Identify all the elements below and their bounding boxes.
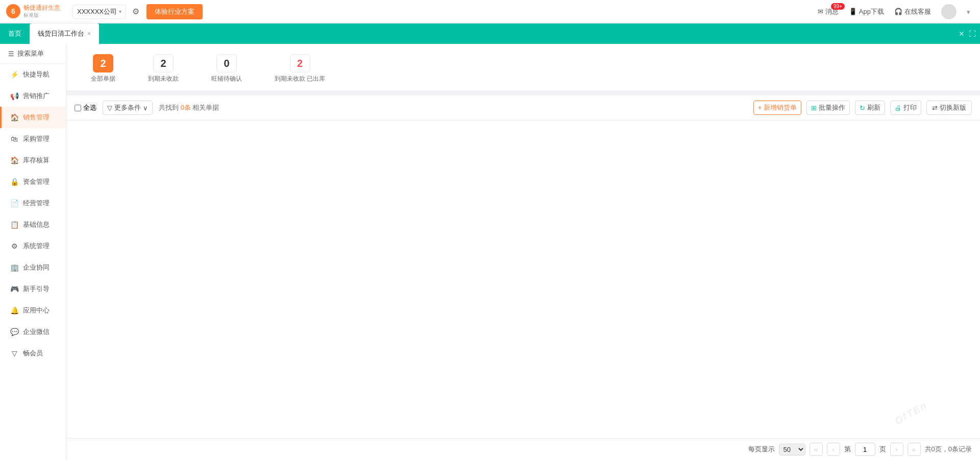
stat-number-shipped: 2 (290, 54, 310, 72)
refresh-button[interactable]: ↻ 刷新 (855, 101, 885, 115)
inventory-icon: 🏠 (10, 156, 19, 165)
page-label: 第 (844, 445, 851, 454)
switch-version-button[interactable]: ⇄ 切换新版 (926, 101, 972, 115)
weixin-icon: 💬 (10, 327, 19, 336)
total-info: 共0页，0条记录 (925, 445, 972, 454)
stat-tab-pending[interactable]: 0 旺辅待确认 (195, 50, 258, 91)
sidebar-item-label: 库存核算 (23, 156, 50, 165)
tab-active[interactable]: 钱货日清工作台 × (30, 23, 99, 44)
sidebar-item-shortcuts[interactable]: ⚡ 快捷导航 (0, 64, 66, 85)
avatar-dropdown[interactable]: ▾ (967, 8, 974, 15)
tab-expand-icon[interactable]: ⛶ (969, 30, 976, 38)
table-area (66, 120, 980, 438)
found-prefix: 共找到 (159, 104, 179, 111)
switch-icon: ⇄ (932, 104, 938, 112)
select-all-input[interactable] (75, 105, 81, 111)
sidebar-item-app-center[interactable]: 🔔 应用中心 (0, 300, 66, 321)
guide-icon: 🎮 (10, 284, 19, 294)
select-all-label: 全选 (83, 103, 96, 112)
batch-operation-button[interactable]: ⊞ 批量操作 (806, 101, 850, 115)
pagination: 每页显示 50 20 100 « ‹ 第 页 › » 共0页，0条记录 (66, 438, 980, 460)
basic-info-icon: 📋 (10, 220, 19, 229)
sidebar-item-label: 系统管理 (23, 241, 50, 251)
sidebar-item-purchase[interactable]: 🛍 采购管理 (0, 128, 66, 150)
stat-tab-overdue[interactable]: 2 到期未收款 (132, 50, 195, 91)
refresh-icon: ↻ (860, 104, 865, 112)
sidebar-item-marketing[interactable]: 📢 营销推广 (0, 85, 66, 107)
prev-page-button[interactable]: ‹ (827, 443, 840, 456)
active-tab-label: 钱货日清工作台 (38, 29, 84, 38)
print-label: 打印 (903, 103, 917, 112)
tab-close-icon[interactable]: × (87, 30, 91, 37)
logo-sub: 标准版 (23, 12, 60, 19)
filter-button[interactable]: ▽ 更多条件 ∨ (103, 101, 153, 115)
sidebar: ☰ 搜索菜单 ⚡ 快捷导航 📢 营销推广 🏠 销售管理 🛍 采购管理 🏠 库存核… (0, 44, 66, 460)
member-icon: ▽ (10, 349, 19, 358)
app-download-label: App下载 (859, 7, 884, 16)
logo-icon: 6 (6, 4, 20, 18)
headset-icon: 🎧 (894, 8, 902, 15)
per-page-label: 每页显示 (748, 445, 775, 454)
next-page-button[interactable]: › (890, 443, 903, 456)
stats-tabs: 2 全部单据 2 到期未收款 0 旺辅待确认 2 到期未收款 已出库 (66, 44, 980, 91)
search-menu-label: 搜索菜单 (17, 49, 44, 58)
toolbar: 全选 ▽ 更多条件 ∨ 共找到 0条 相关单据 + 新增销货单 ⊞ 批量操作 ↻ (66, 95, 980, 120)
marketing-icon: 📢 (10, 91, 19, 101)
filter-icon: ▽ (107, 104, 112, 112)
filter-label: 更多条件 (114, 103, 141, 112)
message-button[interactable]: ✉ 消息 99+ (818, 7, 839, 16)
app-download-button[interactable]: 📱 App下载 (849, 7, 884, 16)
first-page-button[interactable]: « (810, 443, 823, 456)
app-center-icon: 🔔 (10, 306, 19, 315)
sidebar-item-weixin[interactable]: 💬 企业微信 (0, 321, 66, 343)
purchase-icon: 🛍 (10, 134, 19, 143)
stat-label-overdue: 到期未收款 (148, 75, 179, 83)
sidebar-item-label: 基础信息 (23, 220, 50, 229)
stat-tab-shipped[interactable]: 2 到期未收款 已出库 (258, 50, 341, 91)
online-service-button[interactable]: 🎧 在线客服 (894, 7, 931, 16)
toolbar-right: + 新增销货单 ⊞ 批量操作 ↻ 刷新 🖨 打印 ⇄ 切换新版 (753, 101, 972, 115)
sidebar-item-inventory[interactable]: 🏠 库存核算 (0, 150, 66, 171)
per-page-select[interactable]: 50 20 100 (779, 444, 805, 455)
print-button[interactable]: 🖨 打印 (890, 101, 921, 115)
last-page-button[interactable]: » (908, 443, 921, 456)
settings-button[interactable]: ⚙ (130, 5, 141, 18)
sidebar-item-member[interactable]: ▽ 畅会员 (0, 343, 66, 364)
stat-tab-all[interactable]: 2 全部单据 (75, 50, 132, 91)
add-sale-order-button[interactable]: + 新增销货单 (753, 101, 801, 115)
sidebar-item-operations[interactable]: 📄 经营管理 (0, 192, 66, 214)
switch-label: 切换新版 (940, 103, 966, 112)
sidebar-item-system[interactable]: ⚙ 系统管理 (0, 235, 66, 257)
tab-home[interactable]: 首页 (0, 23, 30, 44)
trial-button[interactable]: 体验行业方案 (146, 4, 203, 19)
message-badge: 99+ (831, 3, 845, 10)
enterprise-icon: 🏢 (10, 263, 19, 272)
search-icon: ☰ (8, 50, 14, 58)
stat-label-pending: 旺辅待确认 (211, 75, 242, 83)
operations-icon: 📄 (10, 199, 19, 208)
tab-close-window-icon[interactable]: ✕ (959, 30, 965, 38)
avatar[interactable] (941, 4, 957, 19)
tab-bar-right: ✕ ⛶ (959, 30, 980, 38)
stat-label-shipped: 到期未收款 已出库 (275, 75, 325, 83)
sales-icon: 🏠 (10, 113, 19, 122)
sidebar-item-basic-info[interactable]: 📋 基础信息 (0, 214, 66, 235)
chevron-down-icon: ▾ (119, 9, 121, 14)
sidebar-item-finance[interactable]: 🔒 资金管理 (0, 171, 66, 192)
phone-icon: 📱 (849, 8, 857, 15)
page-input[interactable] (855, 443, 875, 456)
sidebar-item-label: 销售管理 (23, 113, 50, 122)
found-count: 0条 (181, 104, 191, 111)
sidebar-item-enterprise[interactable]: 🏢 企业协同 (0, 257, 66, 278)
company-selector[interactable]: XXXXXX公司 ▾ (72, 5, 126, 19)
sidebar-item-label: 畅会员 (23, 349, 43, 358)
system-icon: ⚙ (10, 241, 19, 251)
sidebar-item-sales[interactable]: 🏠 销售管理 (0, 107, 66, 128)
stat-number-pending: 0 (216, 54, 237, 72)
sidebar-item-label: 经营管理 (23, 199, 50, 208)
select-all-checkbox[interactable]: 全选 (75, 103, 96, 112)
search-menu[interactable]: ☰ 搜索菜单 (0, 44, 66, 64)
sidebar-item-label: 应用中心 (23, 306, 50, 315)
tab-bar: 首页 钱货日清工作台 × ✕ ⛶ (0, 23, 980, 44)
sidebar-item-guide[interactable]: 🎮 新手引导 (0, 278, 66, 300)
